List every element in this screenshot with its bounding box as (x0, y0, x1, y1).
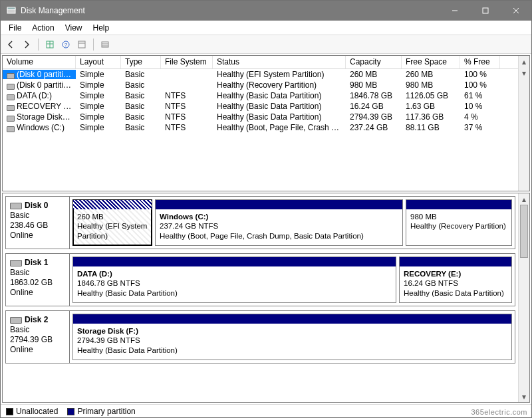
cell-volume: (Disk 0 partition 1) (3, 70, 76, 79)
scroll-up-icon[interactable]: ▴ (519, 193, 529, 205)
view-table-button[interactable] (43, 37, 57, 52)
minimize-button[interactable] (440, 1, 470, 21)
cell-pfree: 10 % (460, 102, 500, 111)
volume-icon (7, 114, 15, 121)
partition[interactable]: RECOVERY (E:)16.24 GB NTFSHealthy (Basic… (399, 257, 512, 303)
cell-fs: NTFS (161, 91, 213, 100)
list-scrollbar[interactable]: ▴ ▾ (518, 56, 529, 191)
col-filesystem[interactable]: File System (161, 56, 213, 68)
cell-volume: RECOVERY (E:) (3, 102, 76, 111)
volume-row[interactable]: Storage Disk (F:)SimpleBasicNTFSHealthy … (3, 112, 529, 122)
disk-type: Basic (10, 325, 65, 335)
partition[interactable]: 980 MBHealthy (Recovery Partition) (406, 199, 512, 246)
close-button[interactable] (501, 1, 531, 21)
settings-button[interactable] (74, 37, 89, 52)
cell-capacity: 260 MB (346, 70, 402, 79)
partition-status: Healthy (Basic Data Partition) (404, 288, 507, 298)
col-status[interactable]: Status (213, 56, 346, 68)
volume-row[interactable]: (Disk 0 partition 1)SimpleBasicHealthy (… (3, 69, 529, 80)
col-percentfree[interactable]: % Free (460, 56, 500, 68)
volume-row[interactable]: RECOVERY (E:)SimpleBasicNTFSHealthy (Bas… (3, 101, 529, 112)
legend-primary: Primary partition (67, 407, 135, 416)
menu-help[interactable]: Help (88, 22, 115, 34)
col-capacity[interactable]: Capacity (346, 56, 402, 68)
disk-row[interactable]: Disk 1Basic1863.02 GBOnlineDATA (D:)1846… (5, 253, 515, 306)
partition[interactable]: 260 MBHealthy (EFI System Partition) (72, 199, 152, 246)
cell-volume: Storage Disk (F:) (3, 112, 76, 122)
partitions: Storage Disk (F:)2794.39 GB NTFSHealthy … (70, 311, 515, 363)
scroll-down-icon[interactable]: ▾ (519, 391, 529, 402)
disk-graphical-view[interactable]: Disk 0Basic238.46 GBOnline260 MBHealthy … (2, 193, 530, 403)
menu-action[interactable]: Action (27, 22, 59, 34)
disk-size: 2794.39 GB (10, 335, 65, 345)
disk-state: Online (10, 288, 65, 298)
help-button[interactable]: ? (59, 37, 73, 52)
disk-row[interactable]: Disk 2Basic2794.39 GBOnlineStorage Disk … (5, 310, 515, 364)
svg-rect-13 (102, 42, 108, 47)
cell-type: Basic (121, 91, 161, 100)
partition-header (73, 200, 152, 209)
maximize-button[interactable] (470, 1, 501, 21)
cell-volume: (Disk 0 partition 4) (3, 80, 76, 90)
volume-row[interactable]: (Disk 0 partition 4)SimpleBasicHealthy (… (3, 80, 529, 90)
cell-pfree: 37 % (460, 123, 500, 132)
volume-icon (7, 125, 15, 132)
partition-status: Healthy (Recovery Partition) (410, 221, 507, 231)
col-volume[interactable]: Volume (3, 56, 76, 68)
scroll-down-icon[interactable]: ▾ (519, 67, 529, 78)
partitions: DATA (D:)1846.78 GB NTFSHealthy (Basic D… (70, 254, 515, 306)
list-view-button[interactable] (98, 37, 112, 52)
partition-size: 16.24 GB NTFS (404, 278, 507, 288)
disk-name: Disk 1 (25, 258, 48, 267)
partition[interactable]: DATA (D:)1846.78 GB NTFSHealthy (Basic D… (72, 257, 396, 303)
cell-type: Basic (121, 102, 161, 111)
partition[interactable]: Storage Disk (F:)2794.39 GB NTFSHealthy … (72, 314, 512, 360)
cell-volume: Windows (C:) (3, 123, 76, 132)
volume-list-header[interactable]: Volume Layout Type File System Status Ca… (3, 56, 529, 69)
col-layout[interactable]: Layout (76, 56, 121, 68)
disk-info[interactable]: Disk 1Basic1863.02 GBOnline (6, 254, 70, 306)
disk-info[interactable]: Disk 2Basic2794.39 GBOnline (6, 311, 70, 363)
cell-fs: NTFS (161, 123, 213, 132)
partition-body: 980 MBHealthy (Recovery Partition) (406, 209, 511, 234)
back-button[interactable] (3, 37, 18, 52)
partition-size: 1846.78 GB NTFS (77, 278, 392, 288)
titlebar[interactable]: Disk Management (1, 1, 531, 21)
partition-header (406, 200, 511, 209)
partition-body: Windows (C:)237.24 GB NTFSHealthy (Boot,… (156, 209, 402, 243)
disk-info[interactable]: Disk 0Basic238.46 GBOnline (6, 197, 70, 249)
cell-free: 1126.05 GB (402, 91, 460, 100)
cell-layout: Simple (76, 123, 121, 132)
cell-status: Healthy (Recovery Partition) (213, 80, 346, 90)
volume-list[interactable]: Volume Layout Type File System Status Ca… (2, 55, 530, 191)
menu-view[interactable]: View (60, 22, 88, 34)
volume-row[interactable]: Windows (C:)SimpleBasicNTFSHealthy (Boot… (3, 122, 529, 133)
scroll-up-icon[interactable]: ▴ (519, 56, 529, 67)
cell-free: 260 MB (402, 70, 460, 79)
partition-header (73, 314, 511, 324)
scrollbar-track[interactable] (519, 205, 529, 391)
partition-status: Healthy (Basic Data Partition) (77, 288, 392, 298)
graph-scrollbar[interactable]: ▴ ▾ (518, 193, 529, 402)
menu-file[interactable]: File (3, 22, 27, 34)
disk-size: 1863.02 GB (10, 278, 65, 288)
col-type[interactable]: Type (121, 56, 161, 68)
volume-list-body[interactable]: (Disk 0 partition 1)SimpleBasicHealthy (… (3, 69, 529, 191)
toolbar-separator (93, 39, 94, 51)
disk-type: Basic (10, 268, 65, 278)
volume-row[interactable]: DATA (D:)SimpleBasicNTFSHealthy (Basic D… (3, 90, 529, 101)
disk-management-window: Disk Management File Action View Help ? … (0, 0, 532, 418)
disk-row[interactable]: Disk 0Basic238.46 GBOnline260 MBHealthy … (5, 196, 515, 249)
col-freespace[interactable]: Free Space (402, 56, 460, 68)
swatch-primary-icon (67, 408, 74, 415)
scrollbar-thumb[interactable] (520, 205, 528, 258)
partition-size: 260 MB (77, 212, 148, 221)
cell-pfree: 100 % (460, 70, 500, 79)
cell-status: Healthy (Basic Data Partition) (213, 112, 346, 122)
forward-button[interactable] (19, 37, 34, 52)
cell-type: Basic (121, 80, 161, 90)
partition[interactable]: Windows (C:)237.24 GB NTFSHealthy (Boot,… (155, 199, 403, 246)
partition-header (73, 257, 396, 266)
partition-status: Healthy (Basic Data Partition) (77, 346, 507, 355)
toolbar: ? (1, 35, 531, 54)
